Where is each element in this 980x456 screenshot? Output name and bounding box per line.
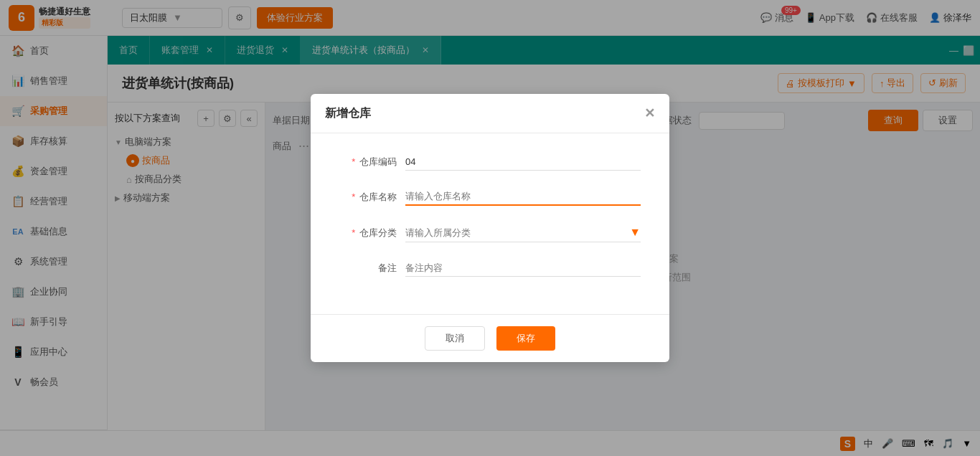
cancel-button[interactable]: 取消 bbox=[425, 326, 485, 351]
category-select-row: ▼ bbox=[405, 223, 641, 242]
warehouse-name-input[interactable] bbox=[405, 188, 641, 206]
modal-close-button[interactable]: ✕ bbox=[644, 105, 655, 121]
add-warehouse-modal: 新增仓库 ✕ * 仓库编码 * 仓库名称 bbox=[311, 94, 669, 362]
form-row-code: * 仓库编码 bbox=[339, 153, 641, 171]
modal-footer: 取消 保存 bbox=[311, 314, 669, 362]
form-row-note: 备注 bbox=[339, 260, 641, 277]
category-label: * 仓库分类 bbox=[339, 227, 397, 239]
name-label: * 仓库名称 bbox=[339, 191, 397, 204]
category-input[interactable] bbox=[405, 227, 629, 238]
save-button[interactable]: 保存 bbox=[496, 326, 555, 351]
modal-header: 新增仓库 ✕ bbox=[311, 94, 669, 133]
code-label: * 仓库编码 bbox=[339, 156, 397, 168]
warehouse-code-input[interactable] bbox=[405, 153, 641, 171]
category-dropdown-icon[interactable]: ▼ bbox=[629, 226, 641, 239]
modal-body: * 仓库编码 * 仓库名称 * 仓库分类 bbox=[311, 133, 669, 314]
modal-overlay: 新增仓库 ✕ * 仓库编码 * 仓库名称 bbox=[0, 0, 980, 456]
category-required-star: * bbox=[352, 227, 355, 238]
name-required-star: * bbox=[352, 191, 355, 202]
note-label: 备注 bbox=[339, 262, 397, 275]
code-required-star: * bbox=[352, 156, 355, 167]
modal-title: 新增仓库 bbox=[325, 106, 371, 121]
note-input[interactable] bbox=[405, 260, 641, 277]
form-row-name: * 仓库名称 bbox=[339, 188, 641, 206]
form-row-category: * 仓库分类 ▼ bbox=[339, 223, 641, 242]
